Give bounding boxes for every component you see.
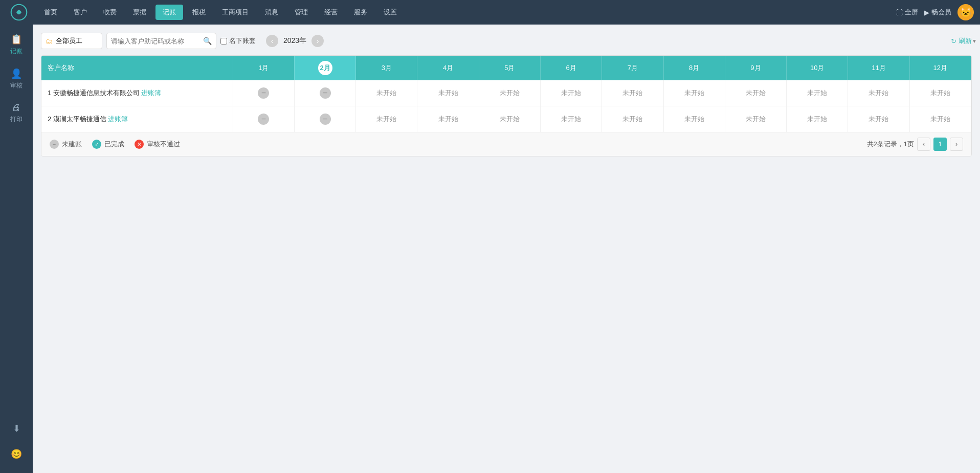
search-input[interactable] <box>107 35 199 47</box>
month-status-cell: − <box>233 106 294 132</box>
month-status-cell: 未开始 <box>663 80 725 106</box>
nav-item-报税[interactable]: 报税 <box>185 5 213 20</box>
sidebar-item-打印[interactable]: 🖨打印 <box>2 97 31 129</box>
month-status-cell: 未开始 <box>725 80 786 106</box>
status-unstarted-text: 未开始 <box>746 115 766 123</box>
sidebar-icon: 👤 <box>11 68 22 79</box>
member-label: 畅会员 <box>931 8 951 17</box>
legend-label: 已完成 <box>104 140 124 149</box>
account-set-checkbox[interactable] <box>220 38 227 44</box>
avatar[interactable]: 🐱 <box>957 4 974 20</box>
refresh-label: 刷新 <box>959 36 972 46</box>
sidebar-item-记账[interactable]: 📋记账 <box>2 29 31 61</box>
chevron-down-icon: ▼ <box>972 38 977 44</box>
col-header-7: 7月 <box>602 56 663 80</box>
month-status-cell: − <box>294 80 355 106</box>
month-status-cell: − <box>294 106 355 132</box>
table-row: 1 安徽畅捷通信息技术有限公司 进账簿−−未开始未开始未开始未开始未开始未开始未… <box>41 80 971 106</box>
sidebar-bottom-icon: ⬇ <box>13 423 20 434</box>
next-page-btn[interactable]: › <box>950 138 963 151</box>
month-status-cell: 未开始 <box>848 80 909 106</box>
checkbox-label-wrap[interactable]: 名下账套 <box>220 36 256 46</box>
month-status-cell: 未开始 <box>541 106 602 132</box>
fullscreen-btn[interactable]: ⛶ 全屏 <box>896 8 918 17</box>
sidebar-bottom-item[interactable]: ⬇ <box>2 418 31 439</box>
legend-item-gray: −未建账 <box>50 140 82 149</box>
search-input-wrap: 🔍 <box>106 33 216 49</box>
col-header-12: 12月 <box>909 56 971 80</box>
table-container: 客户名称1月2月3月4月5月6月7月8月9月10月11月12月 1 安徽畅捷通信… <box>41 55 972 156</box>
sidebar-item-审核[interactable]: 👤审核 <box>2 63 31 95</box>
month-status-cell: 未开始 <box>479 80 540 106</box>
nav-item-记账[interactable]: 记账 <box>155 5 183 20</box>
pagination: 共2条记录，1页 ‹ 1 › <box>867 138 963 151</box>
prev-page-btn[interactable]: ‹ <box>917 138 930 151</box>
col-header-5: 5月 <box>479 56 540 80</box>
client-name: 安徽畅捷通信息技术有限公司 <box>53 89 140 97</box>
employee-select[interactable]: 🗂 全部员工 ▼ <box>41 33 102 49</box>
legend-item-red: ✕审核不通过 <box>135 140 180 149</box>
toolbar: 🗂 全部员工 ▼ 🔍 名下账套 ‹ 2023年 › ↻ 刷新 <box>41 33 972 49</box>
status-unstarted-text: 未开始 <box>561 115 581 123</box>
sidebar-bottom-item[interactable]: 😊 <box>2 443 31 465</box>
nav-item-收费[interactable]: 收费 <box>96 5 124 20</box>
month-status-cell: 未开始 <box>417 106 479 132</box>
current-month-circle: 2月 <box>318 61 332 75</box>
month-status-cell: 未开始 <box>787 106 848 132</box>
refresh-btn[interactable]: ↻ 刷新 <box>951 36 972 46</box>
next-year-btn[interactable]: › <box>311 35 324 47</box>
legend-dot: ✓ <box>92 140 101 149</box>
status-dash-icon: − <box>258 87 269 99</box>
status-unstarted-text: 未开始 <box>930 115 950 123</box>
month-status-cell: 未开始 <box>725 106 786 132</box>
client-id: 2 <box>48 115 53 123</box>
prev-year-btn[interactable]: ‹ <box>266 35 278 47</box>
nav-item-票据[interactable]: 票据 <box>126 5 153 20</box>
nav-item-客户[interactable]: 客户 <box>66 5 94 20</box>
nav-item-工商项目[interactable]: 工商项目 <box>215 5 256 20</box>
enter-ledger-link[interactable]: 进账簿 <box>141 89 161 97</box>
status-unstarted-text: 未开始 <box>807 115 827 123</box>
employee-select-value: 全部员工 <box>56 36 82 46</box>
col-header-6: 6月 <box>541 56 602 80</box>
month-status-cell: − <box>233 80 294 106</box>
status-unstarted-text: 未开始 <box>807 89 827 97</box>
top-nav: 首页客户收费票据记账报税工商项目消息管理经营服务设置 ⛶ 全屏 ▶ 畅会员 🐱 <box>0 0 980 25</box>
col-header-3: 3月 <box>356 56 417 80</box>
col-header-11: 11月 <box>848 56 909 80</box>
nav-item-管理[interactable]: 管理 <box>287 5 315 20</box>
status-unstarted-text: 未开始 <box>930 89 950 97</box>
data-table: 客户名称1月2月3月4月5月6月7月8月9月10月11月12月 1 安徽畅捷通信… <box>41 56 971 132</box>
status-unstarted-text: 未开始 <box>684 115 704 123</box>
employee-icon: 🗂 <box>46 37 53 45</box>
page-1-btn[interactable]: 1 <box>933 138 947 151</box>
status-unstarted-text: 未开始 <box>500 89 520 97</box>
col-header-1: 1月 <box>233 56 294 80</box>
month-status-cell: 未开始 <box>663 106 725 132</box>
col-header-8: 8月 <box>663 56 725 80</box>
year-nav: ‹ 2023年 › <box>266 35 324 47</box>
status-dash-icon: − <box>320 87 331 99</box>
month-status-cell: 未开始 <box>417 80 479 106</box>
nav-item-设置[interactable]: 设置 <box>376 5 404 20</box>
nav-item-经营[interactable]: 经营 <box>317 5 345 20</box>
member-icon: ▶ <box>924 9 929 16</box>
legend-dot: − <box>50 140 59 149</box>
status-unstarted-text: 未开始 <box>684 89 704 97</box>
month-status-cell: 未开始 <box>602 106 663 132</box>
nav-item-消息[interactable]: 消息 <box>258 5 285 20</box>
sidebar-icon: 🖨 <box>12 102 21 113</box>
member-btn[interactable]: ▶ 畅会员 <box>924 8 951 17</box>
client-name-cell: 1 安徽畅捷通信息技术有限公司 进账簿 <box>41 80 233 106</box>
nav-item-首页[interactable]: 首页 <box>37 5 64 20</box>
col-header-name: 客户名称 <box>41 56 233 80</box>
status-unstarted-text: 未开始 <box>376 115 396 123</box>
sidebar-bottom-icon: 😊 <box>11 448 22 460</box>
refresh-icon: ↻ <box>951 37 956 45</box>
col-header-4: 4月 <box>417 56 479 80</box>
enter-ledger-link[interactable]: 进账簿 <box>108 115 128 123</box>
search-button[interactable]: 🔍 <box>199 37 216 45</box>
legend: −未建账✓已完成✕审核不通过 <box>50 140 867 149</box>
legend-label: 未建账 <box>62 140 82 149</box>
nav-item-服务[interactable]: 服务 <box>347 5 374 20</box>
